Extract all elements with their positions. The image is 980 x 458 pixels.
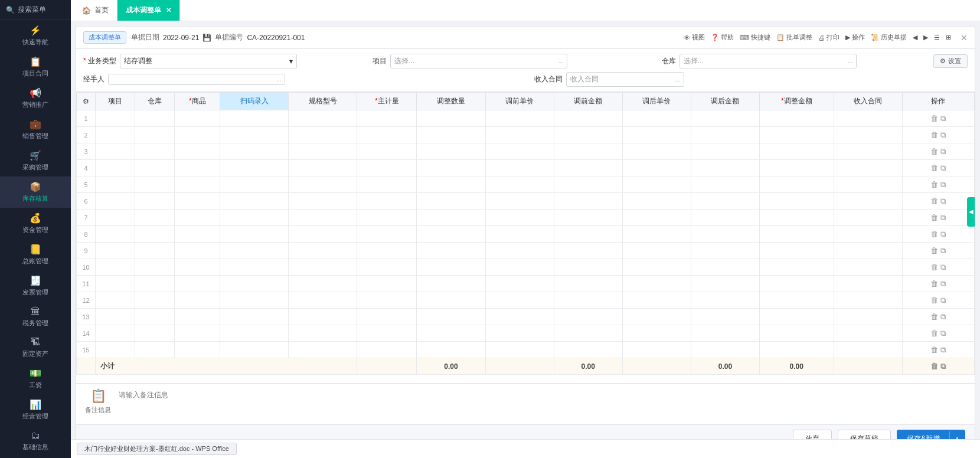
adjust-qty-cell-11[interactable]: [417, 276, 485, 292]
adjust-amount-cell-6[interactable]: [759, 193, 834, 210]
unit-cell-4[interactable]: [357, 160, 417, 176]
unit-cell-2[interactable]: [357, 127, 417, 143]
product-cell-12[interactable]: [175, 292, 220, 309]
delete-icon-15[interactable]: 🗑: [930, 345, 938, 354]
after-amount-cell-15[interactable]: [691, 342, 759, 358]
delete-icon-11[interactable]: 🗑: [930, 279, 938, 288]
delete-icon-9[interactable]: 🗑: [930, 246, 938, 255]
scan-cell-2[interactable]: [220, 127, 289, 143]
delete-icon-14[interactable]: 🗑: [930, 329, 938, 338]
income-contract-cell-11[interactable]: [834, 276, 902, 292]
project-cell-4[interactable]: [96, 160, 135, 176]
income-contract-cell-13[interactable]: [834, 309, 902, 325]
product-cell-15[interactable]: [175, 342, 220, 358]
after-price-cell-11[interactable]: [622, 276, 691, 292]
after-price-cell-3[interactable]: [622, 143, 691, 160]
income-contract-select[interactable]: 收入合同 ...: [566, 72, 684, 87]
after-price-cell-15[interactable]: [622, 342, 691, 358]
delete-icon-7[interactable]: 🗑: [930, 213, 938, 222]
income-contract-cell-12[interactable]: [834, 292, 902, 309]
prev-price-cell-2[interactable]: [485, 127, 554, 143]
adjust-amount-cell-10[interactable]: [759, 259, 834, 276]
sidebar-item-purchase-mgmt[interactable]: 🛒 采购管理: [0, 145, 71, 176]
scan-cell-5[interactable]: [220, 176, 289, 193]
toolbar-print[interactable]: 🖨 打印: [818, 33, 839, 42]
unit-cell-10[interactable]: [357, 259, 417, 276]
adjust-amount-cell-1[interactable]: [759, 110, 834, 127]
after-price-cell-4[interactable]: [622, 160, 691, 176]
project-cell-12[interactable]: [96, 292, 135, 309]
prev-amount-cell-6[interactable]: [554, 193, 622, 210]
delete-icon-5[interactable]: 🗑: [930, 180, 938, 189]
prev-amount-cell-3[interactable]: [554, 143, 622, 160]
delete-icon-4[interactable]: 🗑: [930, 163, 938, 172]
after-amount-cell-9[interactable]: [691, 243, 759, 259]
adjust-qty-cell-6[interactable]: [417, 193, 485, 210]
product-cell-13[interactable]: [175, 309, 220, 325]
unit-cell-6[interactable]: [357, 193, 417, 210]
prev-amount-cell-5[interactable]: [554, 176, 622, 193]
toolbar-nav-next[interactable]: ▶: [923, 34, 928, 41]
after-price-cell-2[interactable]: [622, 127, 691, 143]
after-amount-cell-3[interactable]: [691, 143, 759, 160]
warehouse-cell-2[interactable]: [135, 127, 175, 143]
income-contract-cell-3[interactable]: [834, 143, 902, 160]
warehouse-cell-3[interactable]: [135, 143, 175, 160]
project-cell-5[interactable]: [96, 176, 135, 193]
sidebar-item-invoice-mgmt[interactable]: 🧾 发票管理: [0, 270, 71, 302]
scan-cell-7[interactable]: [220, 210, 289, 226]
warehouse-cell-5[interactable]: [135, 176, 175, 193]
scan-cell-1[interactable]: [220, 110, 289, 127]
copy-icon-1[interactable]: ⧉: [940, 114, 946, 123]
product-cell-7[interactable]: [175, 210, 220, 226]
col-scan[interactable]: 扫码录入: [220, 93, 289, 110]
prev-amount-cell-2[interactable]: [554, 127, 622, 143]
after-amount-cell-5[interactable]: [691, 176, 759, 193]
spec-cell-2[interactable]: [289, 127, 357, 143]
unit-cell-15[interactable]: [357, 342, 417, 358]
adjust-qty-cell-8[interactable]: [417, 226, 485, 243]
note-input[interactable]: [119, 388, 968, 401]
copy-icon-7[interactable]: ⧉: [940, 213, 946, 223]
scan-cell-10[interactable]: [220, 259, 289, 276]
sidebar-item-project-contract[interactable]: 📋 项目合同: [0, 51, 71, 83]
sidebar-item-sales-mgmt[interactable]: 💼 销售管理: [0, 114, 71, 145]
project-cell-3[interactable]: [96, 143, 135, 160]
project-cell-14[interactable]: [96, 325, 135, 342]
spec-cell-7[interactable]: [289, 210, 357, 226]
income-contract-cell-4[interactable]: [834, 160, 902, 176]
spec-cell-8[interactable]: [289, 226, 357, 243]
adjust-qty-cell-10[interactable]: [417, 259, 485, 276]
scan-cell-13[interactable]: [220, 309, 289, 325]
project-cell-7[interactable]: [96, 210, 135, 226]
spec-cell-12[interactable]: [289, 292, 357, 309]
delete-icon-3[interactable]: 🗑: [930, 147, 938, 156]
adjust-amount-cell-14[interactable]: [759, 325, 834, 342]
prev-amount-cell-14[interactable]: [554, 325, 622, 342]
settings-button[interactable]: ⚙ 设置: [933, 54, 968, 68]
adjust-qty-cell-15[interactable]: [417, 342, 485, 358]
warehouse-cell-11[interactable]: [135, 276, 175, 292]
prev-amount-cell-7[interactable]: [554, 210, 622, 226]
prev-amount-cell-12[interactable]: [554, 292, 622, 309]
prev-price-cell-12[interactable]: [485, 292, 554, 309]
spec-cell-11[interactable]: [289, 276, 357, 292]
adjust-amount-cell-13[interactable]: [759, 309, 834, 325]
warehouse-cell-15[interactable]: [135, 342, 175, 358]
income-contract-cell-8[interactable]: [834, 226, 902, 243]
copy-icon-13[interactable]: ⧉: [940, 312, 946, 322]
prev-price-cell-8[interactable]: [485, 226, 554, 243]
tab-cost-adjust[interactable]: 成本调整单 ✕: [117, 0, 180, 21]
copy-icon-14[interactable]: ⧉: [940, 329, 946, 338]
after-amount-cell-1[interactable]: [691, 110, 759, 127]
unit-cell-12[interactable]: [357, 292, 417, 309]
unit-cell-14[interactable]: [357, 325, 417, 342]
delete-icon-10[interactable]: 🗑: [930, 263, 938, 271]
sidebar-item-operations[interactable]: 📊 经营管理: [0, 394, 71, 426]
adjust-qty-cell-2[interactable]: [417, 127, 485, 143]
project-cell-15[interactable]: [96, 342, 135, 358]
after-amount-cell-4[interactable]: [691, 160, 759, 176]
green-side-tab[interactable]: ◀: [967, 197, 975, 227]
toolbar-nav-prev[interactable]: ◀: [913, 34, 917, 41]
copy-icon-11[interactable]: ⧉: [940, 279, 946, 289]
